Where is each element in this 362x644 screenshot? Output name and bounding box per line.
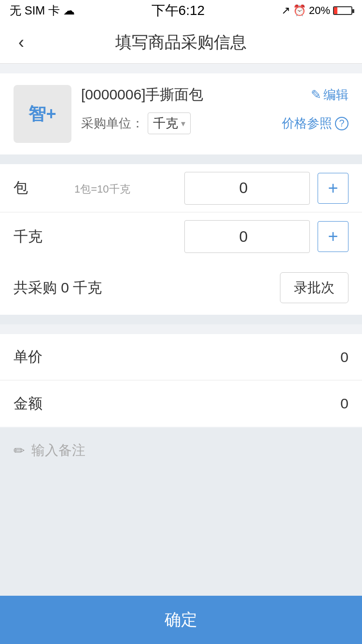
product-logo: 智+ [28,102,56,126]
battery-icon [333,6,352,15]
status-time: 下午6:12 [152,1,205,20]
kg-input[interactable] [184,220,310,253]
package-plus-button[interactable]: + [318,173,348,204]
product-image: 智+ [14,85,71,143]
chevron-down-icon: ▾ [181,118,185,129]
location-icon: ↗ [281,4,290,17]
nav-bar: ‹ 填写商品采购信息 [0,21,362,64]
edit-label: 编辑 [323,86,348,103]
kg-label: 千克 [14,227,71,247]
product-name: [0000006]手撕面包 [81,85,203,105]
info-icon: ? [335,117,348,130]
purchase-unit-label: 采购单位： [81,115,144,132]
amount-value: 0 [340,395,348,412]
input-section: 包 1包=10千克 + 千克 + [0,164,362,261]
package-input[interactable] [184,172,310,205]
battery-label: 20% [309,4,330,17]
edit-icon: ✎ [311,87,321,102]
summary-row: 共采购 0 千克 录批次 [0,261,362,315]
unit-price-value: 0 [340,349,348,365]
price-ref-button[interactable]: 价格参照 ? [282,115,348,132]
package-row: 包 1包=10千克 + [0,164,362,212]
divider-1 [0,154,362,164]
divider-2 [0,315,362,324]
kg-row: 千克 + [0,212,362,261]
back-button[interactable]: ‹ [14,28,29,57]
status-right: ↗ ⏰ 20% [281,4,352,17]
amount-label: 金额 [14,394,42,414]
edit-button[interactable]: ✎ 编辑 [311,86,348,103]
status-bar: 无 SIM 卡 ☁ 下午6:12 ↗ ⏰ 20% [0,0,362,21]
record-batch-button[interactable]: 录批次 [280,272,348,303]
sim-label: 无 SIM 卡 ☁ [10,3,75,18]
package-field-wrap: + [130,172,348,205]
status-left: 无 SIM 卡 ☁ [10,3,75,18]
unit-price-row: 单价 0 [0,334,362,380]
product-info: [0000006]手撕面包 ✎ 编辑 采购单位： 千克 ▾ 价格参照 ? [81,85,348,134]
package-label: 包 [14,178,71,198]
package-sublabel: 1包=10千克 [74,182,130,196]
price-info-section: 单价 0 金额 0 [0,334,362,427]
page-title: 填写商品采购信息 [115,31,247,54]
purchase-unit-row: 采购单位： 千克 ▾ 价格参照 ? [81,112,348,134]
product-name-row: [0000006]手撕面包 ✎ 编辑 [81,85,348,105]
unit-select[interactable]: 千克 ▾ [148,112,191,134]
amount-row: 金额 0 [0,380,362,427]
alarm-icon: ⏰ [293,4,306,17]
product-card: 智+ [0000006]手撕面包 ✎ 编辑 采购单位： 千克 ▾ [0,73,362,154]
confirm-button[interactable]: 确定 [0,596,362,644]
summary-text: 共采购 0 千克 [14,278,102,298]
kg-field-wrap: + [71,220,348,253]
notes-section[interactable]: ✏ 输入备注 [0,428,362,473]
unit-value: 千克 [153,115,178,132]
notes-placeholder: 输入备注 [31,441,85,460]
kg-plus-button[interactable]: + [318,221,348,252]
pencil-icon: ✏ [14,443,25,459]
price-ref-label: 价格参照 [282,115,332,132]
unit-price-label: 单价 [14,347,42,367]
